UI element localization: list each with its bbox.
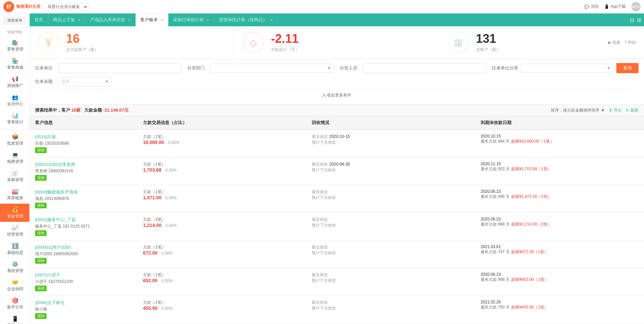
overdue-link-3[interactable]: 超期¥1,214.00（3笔） <box>511 222 552 227</box>
unit-category-select[interactable]: ▼ <box>521 64 614 72</box>
sidebar-item-label: 基础信息 <box>3 250 27 256</box>
sidebar-item-warehouse[interactable]: 🏭 库存核算 <box>0 185 29 204</box>
customer-name-4[interactable]: [000002]用户2050 <box>35 244 132 251</box>
sidebar-item-label: 资金管理 <box>3 213 27 219</box>
filter-dept: 分管部门 ▼ <box>187 64 334 72</box>
collapse-btn[interactable]: ⋀ 收起更多条件 <box>35 90 639 100</box>
tab-customer-account-close[interactable]: ✕ <box>161 18 163 22</box>
search-button[interactable]: 查询 <box>616 63 639 73</box>
customer-name-6[interactable]: [0006]去下粮仓 <box>35 300 132 306</box>
td-debt-1: 欠款（1笔） 1,703.68 0.00% <box>138 157 306 185</box>
debt-amount-4: 672.00 <box>143 250 158 256</box>
top-bar-right: 💬 消息 📱 App下载 demo2 <box>584 2 641 11</box>
customer-name-3[interactable]: [0002]服务中心_丁磊 <box>35 217 132 223</box>
customer-name-2[interactable]: [0003]畅捷服务尹海燕 <box>35 189 132 195</box>
refresh-btn[interactable]: ↻ 刷新 <box>626 108 639 113</box>
filter-manager-label: 分管人员 <box>340 65 360 71</box>
sidebar-item-guide[interactable]: 🎯 新手引导 <box>0 295 29 313</box>
search-menu-btn[interactable]: 搜索菜单 <box>3 16 27 25</box>
tab-import-stats-close[interactable]: ✕ <box>270 18 273 22</box>
debt-ratio-4: 0.00% <box>161 251 173 256</box>
source-unit-input[interactable] <box>61 66 174 71</box>
tab-minimize-btn[interactable]: ⊟ <box>630 17 634 23</box>
sort-btn[interactable]: 排序：按欠款金额倒序排序 ▼ <box>551 108 605 113</box>
tab-purchase-order[interactable]: 采购订单统计表 ✕ <box>168 13 214 26</box>
tab-production-history[interactable]: 产成品入库单历史 ✕ <box>85 13 136 26</box>
sidebar-item-member[interactable]: 👥 会员中心 <box>0 91 29 110</box>
sidebar-item-app-center[interactable]: 📱 应用中心 <box>0 313 29 324</box>
filter-row-2: 往来余额 选择... ▼ <box>35 77 639 87</box>
balance-select[interactable]: 选择... ▼ <box>58 77 112 87</box>
customer-phone-5: 小进千 18279152100 <box>35 279 132 285</box>
tab-purchase-order-close[interactable]: ✕ <box>206 18 209 22</box>
sidebar-item-marketing[interactable]: 📢 营销推广 <box>0 73 29 91</box>
source-unit-dots[interactable]: ··· <box>174 65 179 71</box>
filter-unit-category: 往来单位分类 ▼ 查询 <box>492 63 639 73</box>
tab-bar: 首页 商品上下架 ✕ 产成品入库单历史 ✕ 客户账本 ✕ 采购订单统计表 ✕ <box>30 13 644 26</box>
tab-customer-account-label: 客户账本 <box>140 17 158 23</box>
video-icon: ▶ <box>608 40 611 45</box>
customer-name-0[interactable]: [0016]吕俊 <box>35 134 132 140</box>
td-customer-5: [0007]小进千 小进千 18279152100 现销 <box>30 268 138 295</box>
message-btn[interactable]: 💬 消息 <box>584 4 599 9</box>
sidebar-item-enterprise[interactable]: 🤝 企业协同 <box>0 276 29 295</box>
marketing-icon: 📢 <box>3 76 27 82</box>
td-customer-6: [0006]去下粮仓 陈小菊 现销 <box>30 296 138 323</box>
td-customer-3: [0002]服务中心_丁磊 服务中心_丁磊 181 0125 8371 现销 <box>30 213 138 240</box>
overdue-link-0[interactable]: 超期¥10,000.00（1笔） <box>511 139 554 144</box>
store-selector[interactable]: 母婴行业演示账套 <box>43 3 88 10</box>
stat-icon-1: ¥ <box>38 32 59 53</box>
tab-production-history-close[interactable]: ✕ <box>128 18 131 22</box>
data-table: 客户信息 欠款交易信息（占比） 回收情况 到期未收款日期 [0016]吕俊 吕俊… <box>30 116 644 324</box>
content-area: ¥ 16 总欠款客户（家） ◇ -2.11 欠款合计（万） <box>30 26 644 324</box>
stat-label-2: 欠款合计（万） <box>271 47 299 53</box>
customer-name-1[interactable]: [0001020001]李老师 <box>35 161 132 168</box>
sidebar-item-business[interactable]: 📈 经营管理 <box>0 222 29 240</box>
tab-maximize-btn[interactable]: ⊞ <box>637 17 641 23</box>
overdue-link-4[interactable]: 超期¥672.00（1笔） <box>511 249 548 254</box>
sidebar-item-system[interactable]: ⚙️ 系统管理 <box>0 258 29 276</box>
sidebar-item-retail-mall[interactable]: 🏪 零售商城 <box>0 55 29 73</box>
tab-product-listing[interactable]: 商品上下架 ✕ <box>48 13 85 26</box>
sidebar-item-finance[interactable]: 💰 资金管理 <box>0 204 29 222</box>
sidebar-item-ecommerce[interactable]: 💻 电商管理 <box>0 149 29 167</box>
tab-import-stats[interactable]: 进货单统计表（按商品） ✕ <box>214 13 278 26</box>
overdue-link-5[interactable]: 超期¥652.00（1笔） <box>511 277 548 282</box>
overdue-link-2[interactable]: 超期¥1,471.00（1笔） <box>511 194 552 199</box>
td-debt-3: 欠款（3笔） 1,214.00 0.00% <box>138 213 306 240</box>
manager-dots[interactable]: ··· <box>479 65 483 71</box>
sidebar-item-label: 批发管理 <box>3 141 27 146</box>
td-return-5: 最近收款 预计下次收款 <box>306 268 475 295</box>
table-row: [0006]去下粮仓 陈小菊 现销 欠款（1笔） 455.90 0.00% <box>30 296 644 323</box>
tab-product-listing-label: 商品上下架 <box>53 17 75 23</box>
avatar[interactable]: demo2 <box>631 2 641 11</box>
export-btn[interactable]: ⬆ 导出 <box>609 108 622 113</box>
app-download-btn[interactable]: 📱 App下载 <box>604 4 626 9</box>
sidebar-item-retail-stats[interactable]: 📊 零售统计 <box>0 110 29 128</box>
sidebar-item-batch-mgmt[interactable]: 📦 批发管理 <box>0 131 29 149</box>
table-row: [000002]用户2050 用户2050 18665062050 现销 欠款（… <box>30 240 644 268</box>
table-row: [0016]吕俊 吕俊 13026203696 现销 欠款（1笔） 10,000… <box>30 130 644 157</box>
th-debt-info: 欠款交易信息（占比） <box>138 116 306 129</box>
sidebar-item-basic-info[interactable]: ℹ️ 基础信息 <box>0 240 29 258</box>
stat-value-3: 131 <box>476 33 500 45</box>
tab-home[interactable]: 首页 <box>30 13 48 26</box>
sidebar-item-retail-mgmt[interactable]: 🛍️ 零售管理 <box>0 37 29 55</box>
dept-select[interactable]: ▼ <box>210 64 334 72</box>
overdue-link-6[interactable]: 超期¥455.90（1笔） <box>511 305 548 310</box>
sidebar-item-label: 企业协同 <box>3 286 27 292</box>
tab-customer-account[interactable]: 客户账本 ✕ <box>136 13 168 26</box>
filter-balance-label: 往来余额 <box>35 79 55 85</box>
debt-ratio-2: 0.00% <box>165 196 177 200</box>
tab-import-stats-label: 进货单统计表（按商品） <box>219 17 267 23</box>
customer-name-5[interactable]: [0007]小进千 <box>35 272 132 278</box>
quick-nav-label[interactable]: 快捷导航 <box>0 28 29 37</box>
filter-balance: 往来余额 选择... ▼ <box>35 77 639 87</box>
member-icon: 👥 <box>3 94 27 100</box>
sidebar-item-purchase[interactable]: 🛒 采购管理 <box>0 167 29 185</box>
help-btn[interactable]: ? 帮助 <box>624 40 636 46</box>
overdue-link-1[interactable]: 超期¥1,703.68（1笔） <box>511 167 552 171</box>
video-btn[interactable]: ▶ 视频 <box>608 40 620 46</box>
manager-input[interactable] <box>366 66 479 71</box>
tab-product-listing-close[interactable]: ✕ <box>78 18 80 22</box>
